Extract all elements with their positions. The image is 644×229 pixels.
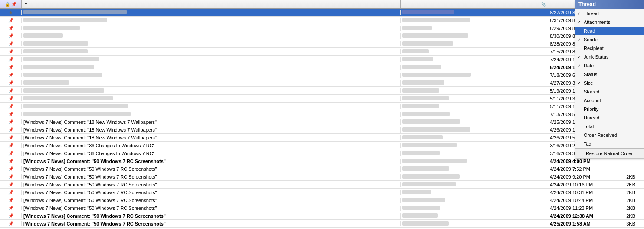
table-row[interactable]: 📌[Windows 7 News] Comment: "50 Windows 7… bbox=[0, 173, 644, 181]
table-row[interactable]: 📌[Windows 7 News] Comment: "50 Windows 7… bbox=[0, 212, 644, 220]
row-flag: 📌 bbox=[8, 166, 13, 171]
table-row[interactable]: ◆8/27/2009 8:09 AM bbox=[0, 9, 644, 17]
table-row[interactable]: 📌7/13/2009 5:17 PM bbox=[0, 110, 644, 118]
subject-cell: [Windows 7 News] Comment: "50 Windows 7 … bbox=[22, 182, 401, 187]
date-cell: 4/24/2009 12:38 AM bbox=[548, 213, 611, 219]
subject-cell bbox=[22, 80, 401, 86]
size-cell: 2KB bbox=[611, 182, 637, 187]
sender-cell bbox=[401, 182, 539, 187]
sender-cell bbox=[401, 18, 539, 23]
table-row[interactable]: 📌5/19/2009 1:14 AM bbox=[0, 87, 644, 95]
context-menu-item-priority[interactable]: Priority bbox=[575, 105, 644, 113]
attachment-header-icon: 📎 bbox=[541, 2, 546, 7]
context-menu-item-junk_status[interactable]: ✓Junk Status bbox=[575, 53, 644, 61]
menu-item-label: Priority bbox=[584, 106, 598, 112]
checkmark-icon: ✓ bbox=[577, 20, 581, 25]
header-subject[interactable]: ▼ bbox=[22, 0, 401, 8]
table-row[interactable]: 📌7/24/2009 10:29 AM bbox=[0, 56, 644, 63]
context-menu-item-thread[interactable]: ✓Thread bbox=[575, 9, 644, 18]
context-menu-item-tag[interactable]: Tag bbox=[575, 139, 644, 148]
subject-cell bbox=[22, 104, 401, 109]
table-row[interactable]: 📌8/28/2009 8:05 AM bbox=[0, 40, 644, 48]
row-icons: 📌 bbox=[0, 33, 22, 38]
row-icons: 📌 bbox=[0, 65, 22, 70]
table-row[interactable]: 📌[Windows 7 News] Comment: "36 Changes I… bbox=[0, 149, 644, 157]
row-icons: ◆ bbox=[0, 10, 22, 15]
table-row[interactable]: 📌[Windows 7 News] Comment: "18 New Windo… bbox=[0, 118, 644, 126]
row-flag: 📌 bbox=[8, 174, 13, 179]
row-icons: 📌 bbox=[0, 198, 22, 202]
context-menu-item-unread[interactable]: Unread bbox=[575, 113, 644, 122]
sender-cell bbox=[401, 41, 539, 46]
context-menu-item-date[interactable]: ✓Date bbox=[575, 61, 644, 70]
context-menu-item-size[interactable]: ✓Size bbox=[575, 79, 644, 87]
sender-cell bbox=[401, 73, 539, 78]
table-row[interactable]: 📌8/31/2009 8:05 AM bbox=[0, 17, 644, 24]
restore-natural-order-button[interactable]: Restore Natural Order bbox=[575, 148, 644, 158]
menu-item-label: Account bbox=[584, 98, 601, 103]
menu-item-label: Total bbox=[584, 124, 594, 129]
row-flag: 📌 bbox=[8, 49, 13, 54]
menu-item-label: Attachments bbox=[584, 20, 610, 25]
subject-cell: [Windows 7 News] Comment: "50 Windows 7 … bbox=[22, 213, 401, 219]
context-menu-item-account[interactable]: Account bbox=[575, 96, 644, 105]
row-icons: 📌 bbox=[0, 166, 22, 171]
table-row[interactable]: 📌[Windows 7 News] Comment: "50 Windows 7… bbox=[0, 181, 644, 189]
header-attachment[interactable]: 📎 bbox=[539, 0, 548, 8]
context-menu-item-status[interactable]: Status bbox=[575, 70, 644, 79]
context-menu-item-total[interactable]: Total bbox=[575, 122, 644, 131]
table-row[interactable]: 📌[Windows 7 News] Comment: "50 Windows 7… bbox=[0, 189, 644, 196]
subject-cell bbox=[22, 41, 401, 46]
table-row[interactable]: 📌[Windows 7 News] Comment: "50 Windows 7… bbox=[0, 196, 644, 204]
context-menu-item-read[interactable]: Read bbox=[575, 27, 644, 35]
context-menu-item-starred[interactable]: Starred bbox=[575, 87, 644, 96]
context-menu-item-sender[interactable]: ✓Sender bbox=[575, 35, 644, 44]
row-flag: 📌 bbox=[8, 65, 13, 70]
context-menu-item-recipient[interactable]: Recipient bbox=[575, 44, 644, 53]
table-row[interactable]: 📌[Windows 7 News] Comment: "36 Changes I… bbox=[0, 142, 644, 149]
subject-cell bbox=[22, 73, 401, 78]
row-flag: 📌 bbox=[8, 80, 13, 85]
subject-cell: [Windows 7 News] Comment: "18 New Window… bbox=[22, 127, 401, 133]
sender-cell bbox=[401, 112, 539, 117]
menu-item-label: Order Received bbox=[584, 133, 617, 138]
table-row[interactable]: 📌7/15/2009 8:18 PM bbox=[0, 48, 644, 56]
table-row[interactable]: 📌[Windows 7 News] Comment: "18 New Windo… bbox=[0, 134, 644, 142]
table-row[interactable]: 📌8/30/2009 8:05 AM bbox=[0, 32, 644, 40]
table-row[interactable]: 📌5/11/2009 12:39 AM bbox=[0, 103, 644, 110]
subject-cell: [Windows 7 News] Comment: "50 Windows 7 … bbox=[22, 198, 401, 203]
context-menu-item-attachments[interactable]: ✓Attachments bbox=[575, 18, 644, 27]
table-row[interactable]: 📌5/11/2009 3:44 PM bbox=[0, 95, 644, 103]
header-sender[interactable] bbox=[401, 0, 539, 8]
table-row[interactable]: 📌7/18/2009 6:48 PM bbox=[0, 71, 644, 79]
table-row[interactable]: 📌8/29/2009 8:04 AM bbox=[0, 24, 644, 32]
table-row[interactable]: 📌6/24/2009 1:48 AM bbox=[0, 63, 644, 71]
row-flag: 📌 bbox=[8, 198, 13, 202]
sender-cell bbox=[401, 127, 539, 133]
subject-cell bbox=[22, 18, 401, 23]
table-row[interactable]: 📌[Windows 7 News] Comment: "50 Windows 7… bbox=[0, 204, 644, 212]
sender-cell bbox=[401, 166, 539, 172]
subject-cell: [Windows 7 News] Comment: "50 Windows 7 … bbox=[22, 166, 401, 172]
checkmark-icon: ✓ bbox=[577, 37, 581, 42]
table-row[interactable]: 📌[Windows 7 News] Comment: "18 New Windo… bbox=[0, 126, 644, 134]
table-row[interactable]: 📌[Windows 7 News] Comment: "50 Windows 7… bbox=[0, 220, 644, 228]
row-flag: 📌 bbox=[8, 221, 13, 226]
row-icons: 📌 bbox=[0, 73, 22, 77]
row-icons: 📌 bbox=[0, 221, 22, 226]
size-cell: 3KB bbox=[611, 221, 637, 226]
row-flag: 📌 bbox=[8, 119, 13, 124]
column-context-menu: Thread ✓Thread✓AttachmentsRead✓SenderRec… bbox=[575, 0, 644, 158]
sender-cell bbox=[401, 213, 539, 219]
sender-cell bbox=[401, 135, 539, 140]
table-row[interactable]: 📌[Windows 7 News] Comment: "50 Windows 7… bbox=[0, 165, 644, 173]
row-flag: 📌 bbox=[8, 127, 13, 132]
row-flag: 📌 bbox=[8, 182, 13, 187]
sender-cell bbox=[401, 104, 539, 109]
sender-cell bbox=[401, 221, 539, 226]
subject-cell bbox=[22, 88, 401, 93]
table-row[interactable]: 📌[Windows 7 News] Comment: "50 Windows 7… bbox=[0, 157, 644, 165]
table-row[interactable]: 📌4/27/2009 3:55 PM bbox=[0, 79, 644, 87]
context-menu-item-order_received[interactable]: Order Received bbox=[575, 131, 644, 139]
header-icons[interactable]: 🔒 📌 bbox=[0, 0, 22, 8]
